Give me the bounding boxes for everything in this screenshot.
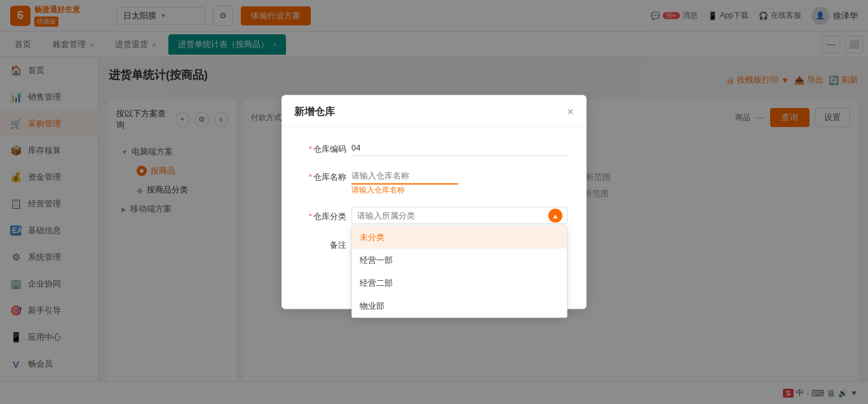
name-input-wrap xyxy=(351,168,458,185)
category-input[interactable] xyxy=(351,207,567,224)
dropdown-item-unclassified[interactable]: 未分类 xyxy=(352,226,567,249)
add-warehouse-modal: 新增仓库 × *仓库编码 *仓库名称 请输入仓库名称 xyxy=(281,95,587,309)
warehouse-name-row: *仓库名称 请输入仓库名称 xyxy=(301,168,567,196)
warehouse-category-row: *仓库分类 ▲ 未分类 经营一部 经营二部 物业部 xyxy=(301,207,567,224)
modal-title: 新增仓库 xyxy=(294,105,335,119)
warehouse-code-input[interactable] xyxy=(351,140,567,156)
modal-body: *仓库编码 *仓库名称 请输入仓库名称 *仓库分类 xyxy=(281,127,587,270)
note-label: 备注 xyxy=(301,236,351,251)
dropdown-item-ops1[interactable]: 经营一部 xyxy=(352,249,567,272)
category-toggle-button[interactable]: ▲ xyxy=(548,208,562,222)
category-label: *仓库分类 xyxy=(301,207,351,222)
dropdown-item-property[interactable]: 物业部 xyxy=(352,295,567,318)
warehouse-name-input[interactable] xyxy=(351,168,458,185)
code-label: *仓库编码 xyxy=(301,140,351,155)
name-error-msg: 请输入仓库名称 xyxy=(351,185,405,196)
warehouse-code-row: *仓库编码 xyxy=(301,140,567,156)
dropdown-item-ops2[interactable]: 经营二部 xyxy=(352,272,567,295)
name-label: *仓库名称 xyxy=(301,168,351,183)
modal-close-button[interactable]: × xyxy=(567,105,574,119)
modal-header: 新增仓库 × xyxy=(281,95,587,127)
category-select-wrap: ▲ 未分类 经营一部 经营二部 物业部 xyxy=(351,207,567,224)
category-dropdown: 未分类 经营一部 经营二部 物业部 xyxy=(351,226,567,318)
